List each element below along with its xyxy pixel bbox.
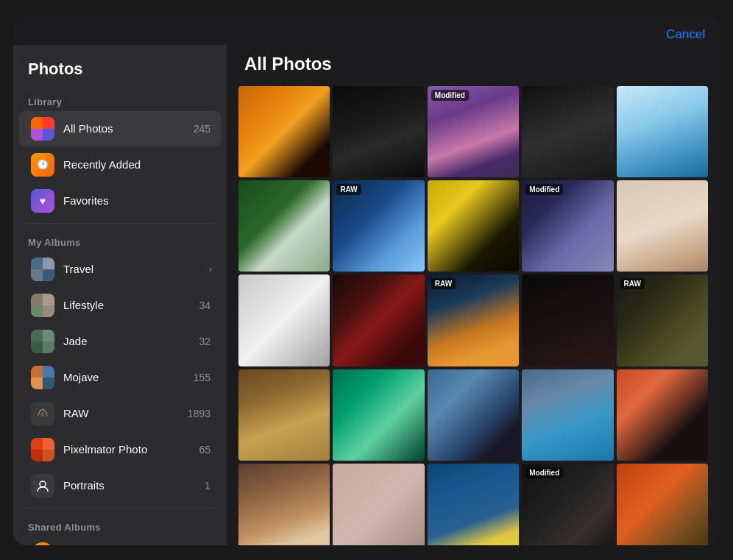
mojave-icon — [31, 366, 54, 389]
lifestyle-icon — [31, 294, 54, 317]
favorites-icon: ♥ — [31, 189, 54, 213]
divider-1 — [25, 223, 215, 224]
sidebar-item-lifestyle[interactable]: Lifestyle 34 — [19, 288, 221, 323]
photo-badge-modified: Modified — [431, 90, 469, 101]
sidebar-item-favorites[interactable]: ♥ Favorites — [19, 183, 221, 219]
photo-cell[interactable] — [333, 464, 424, 545]
sidebar-item-pixelmator[interactable]: Pixelmator Photo 65 — [19, 432, 221, 467]
photo-cell[interactable]: Modified — [522, 464, 613, 545]
photo-cell[interactable] — [333, 369, 424, 461]
photo-cell[interactable] — [617, 464, 708, 545]
photo-cell[interactable] — [617, 369, 708, 461]
sidebar-item-portraits[interactable]: Portraits 1 — [19, 468, 221, 503]
sidebar-item-raw[interactable]: RAW 1893 — [19, 396, 221, 431]
sidebar-item-jade[interactable]: Jade 32 — [19, 324, 221, 359]
photo-cell[interactable] — [238, 369, 330, 461]
all-photos-count: 245 — [194, 123, 210, 135]
photo-cell[interactable] — [238, 86, 330, 177]
travel-label: Travel — [63, 263, 209, 275]
portraits-icon — [31, 474, 54, 497]
travel-icon — [31, 258, 54, 281]
photo-cell[interactable]: RAW — [617, 274, 708, 366]
photo-cell[interactable] — [238, 274, 330, 366]
photo-cell[interactable] — [617, 86, 708, 177]
sidebar-item-recently-added[interactable]: 🕐 Recently Added — [19, 147, 221, 182]
favorites-label: Favorites — [63, 194, 212, 207]
sidebar-title: Photos — [13, 52, 227, 88]
lifestyle-count: 34 — [199, 300, 210, 311]
photo-cell[interactable] — [333, 86, 424, 177]
family-icon — [31, 542, 54, 545]
photo-cell[interactable] — [617, 180, 708, 272]
photo-badge-raw: RAW — [620, 278, 645, 289]
recently-added-icon: 🕐 — [31, 153, 54, 177]
mojave-label: Mojave — [63, 371, 194, 383]
photo-cell[interactable] — [522, 274, 613, 366]
photo-cell[interactable] — [428, 180, 519, 272]
photo-cell[interactable] — [522, 369, 613, 461]
section-header-shared-albums: Shared Albums — [13, 513, 227, 536]
svg-point-0 — [40, 481, 46, 487]
raw-label: RAW — [63, 407, 188, 419]
photo-cell[interactable] — [333, 274, 424, 366]
photo-badge-raw: RAW — [336, 184, 361, 195]
sidebar: Photos Library All Photos 245 — [13, 45, 227, 545]
mojave-count: 155 — [194, 372, 210, 383]
travel-chevron-icon: › — [209, 264, 212, 274]
lifestyle-label: Lifestyle — [63, 299, 199, 311]
jade-label: Jade — [63, 335, 199, 347]
app-container: Cancel Photos Library All Photos 245 — [13, 15, 720, 545]
photo-badge-raw: RAW — [431, 278, 456, 289]
photo-badge-modified: Modified — [525, 184, 563, 195]
photo-badge-modified: Modified — [525, 467, 563, 478]
photo-cell[interactable] — [238, 464, 330, 545]
portraits-count: 1 — [205, 480, 210, 492]
top-bar: Cancel — [13, 15, 720, 45]
all-photos-icon — [31, 117, 54, 141]
photo-cell[interactable] — [428, 464, 519, 545]
pixelmator-count: 65 — [199, 444, 210, 456]
main-content: All Photos Modified RAW Modified — [227, 45, 720, 545]
photo-cell[interactable]: RAW — [428, 274, 519, 366]
photo-cell[interactable] — [428, 369, 519, 461]
photo-cell[interactable] — [522, 86, 613, 177]
section-header-library: Library — [13, 88, 227, 110]
jade-count: 32 — [199, 336, 210, 347]
section-header-my-albums: My Albums — [13, 228, 227, 251]
raw-album-icon — [31, 402, 54, 425]
sidebar-item-family[interactable]: Family 34 — [19, 536, 221, 545]
content-title: All Photos — [238, 45, 708, 86]
photo-cell[interactable]: RAW — [333, 180, 424, 272]
sidebar-item-mojave[interactable]: Mojave 155 — [19, 360, 221, 395]
photo-grid: Modified RAW Modified RAW — [238, 86, 708, 545]
photo-cell[interactable] — [238, 180, 330, 272]
photo-cell[interactable]: Modified — [522, 180, 613, 272]
sidebar-item-travel[interactable]: Travel › — [19, 252, 221, 287]
portraits-label: Portraits — [63, 479, 205, 492]
divider-2 — [25, 508, 215, 508]
pixelmator-icon — [31, 438, 54, 461]
recently-added-label: Recently Added — [63, 158, 212, 171]
pixelmator-label: Pixelmator Photo — [63, 443, 199, 456]
cancel-button[interactable]: Cancel — [666, 24, 705, 45]
all-photos-label: All Photos — [63, 122, 194, 135]
raw-count: 1893 — [188, 408, 210, 419]
jade-icon — [31, 330, 54, 353]
photo-cell[interactable]: Modified — [428, 86, 519, 177]
main-layout: Photos Library All Photos 245 — [13, 45, 720, 545]
sidebar-item-all-photos[interactable]: All Photos 245 — [19, 111, 221, 146]
